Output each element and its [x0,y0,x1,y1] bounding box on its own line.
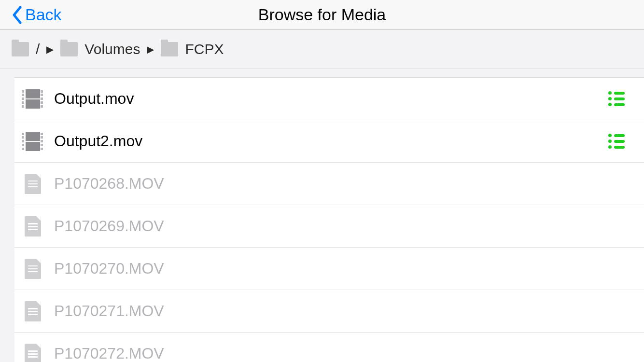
file-list: Output.mov Output2.mov P1070268.MOV P107… [14,77,644,362]
folder-icon[interactable] [12,42,29,56]
filmstrip-icon [22,89,43,109]
file-name: P1070268.MOV [54,175,625,193]
queue-list-icon[interactable] [608,91,625,106]
file-row: P1070271.MOV [14,290,644,333]
file-name: P1070269.MOV [54,217,625,235]
file-row: P1070272.MOV [14,333,644,362]
file-name: P1070272.MOV [54,345,625,362]
chevron-right-icon: ▶ [46,43,54,55]
back-button[interactable]: Back [0,5,62,24]
file-name: P1070271.MOV [54,302,625,320]
file-row[interactable]: Output2.mov [14,120,644,163]
back-label: Back [25,5,62,24]
chevron-left-icon [12,6,22,24]
file-name: Output.mov [54,90,608,108]
chevron-right-icon: ▶ [147,43,154,55]
header: Back Browse for Media [0,0,644,30]
file-row: P1070268.MOV [14,163,644,205]
file-name: Output2.mov [54,132,608,150]
filmstrip-icon [22,132,43,151]
page-title: Browse for Media [258,5,386,24]
breadcrumb-label[interactable]: FCPX [185,41,224,57]
file-icon [25,259,41,279]
breadcrumb-label[interactable]: Volumes [84,41,140,57]
file-row[interactable]: Output.mov [14,78,644,120]
file-icon [25,216,41,237]
file-icon [25,301,41,321]
file-icon [25,344,41,362]
queue-list-icon[interactable] [608,134,625,149]
file-row: P1070269.MOV [14,205,644,248]
file-row: P1070270.MOV [14,248,644,290]
file-name: P1070270.MOV [54,260,625,278]
file-icon [25,174,41,194]
breadcrumb: / ▶ Volumes ▶ FCPX [0,30,644,69]
folder-icon[interactable] [60,42,78,56]
folder-icon[interactable] [161,42,178,56]
breadcrumb-label[interactable]: / [36,41,40,57]
